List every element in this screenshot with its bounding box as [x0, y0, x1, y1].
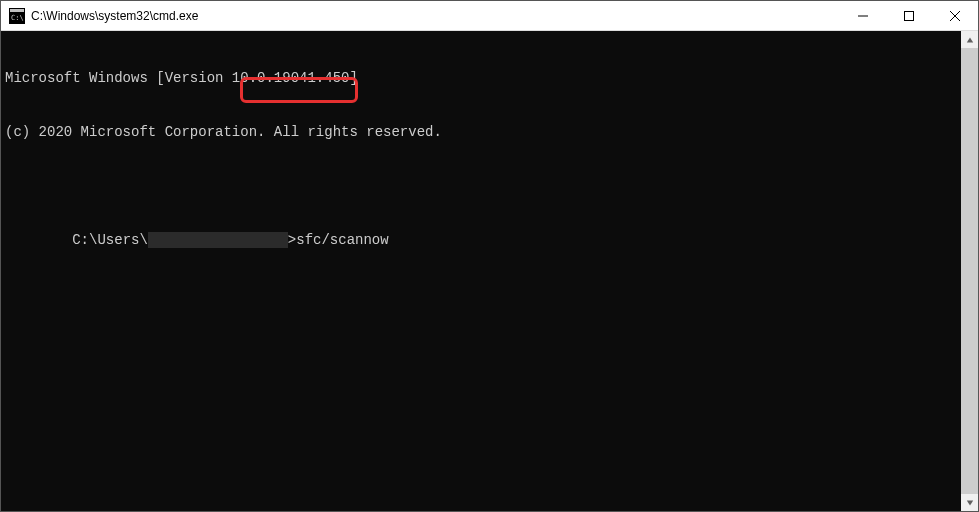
window-title: C:\Windows\system32\cmd.exe	[31, 9, 840, 23]
svg-marker-7	[966, 37, 972, 42]
maximize-button[interactable]	[886, 1, 932, 30]
redacted-username	[148, 232, 288, 248]
scroll-up-button[interactable]	[961, 31, 978, 48]
svg-rect-4	[905, 11, 914, 20]
command-text: sfc/scannow	[296, 232, 388, 248]
scroll-track[interactable]	[961, 48, 978, 494]
scroll-thumb[interactable]	[961, 48, 978, 494]
terminal-line-version: Microsoft Windows [Version 10.0.19041.45…	[5, 69, 957, 87]
terminal-prompt-line: C:\Users\>sfc/scannow	[5, 213, 957, 267]
svg-rect-1	[10, 9, 24, 12]
window-controls	[840, 1, 978, 30]
svg-marker-8	[966, 500, 972, 505]
cmd-window: C:\ C:\Windows\system32\cmd.exe Microsof…	[0, 0, 979, 512]
vertical-scrollbar[interactable]	[961, 31, 978, 511]
terminal-area: Microsoft Windows [Version 10.0.19041.45…	[1, 31, 978, 511]
cmd-icon: C:\	[9, 8, 25, 24]
terminal-line-copyright: (c) 2020 Microsoft Corporation. All righ…	[5, 123, 957, 141]
titlebar: C:\ C:\Windows\system32\cmd.exe	[1, 1, 978, 31]
svg-text:C:\: C:\	[11, 14, 24, 22]
minimize-button[interactable]	[840, 1, 886, 30]
prompt-prefix: C:\Users\	[72, 232, 148, 248]
close-button[interactable]	[932, 1, 978, 30]
prompt-suffix: >	[288, 232, 296, 248]
terminal[interactable]: Microsoft Windows [Version 10.0.19041.45…	[1, 31, 961, 511]
scroll-down-button[interactable]	[961, 494, 978, 511]
